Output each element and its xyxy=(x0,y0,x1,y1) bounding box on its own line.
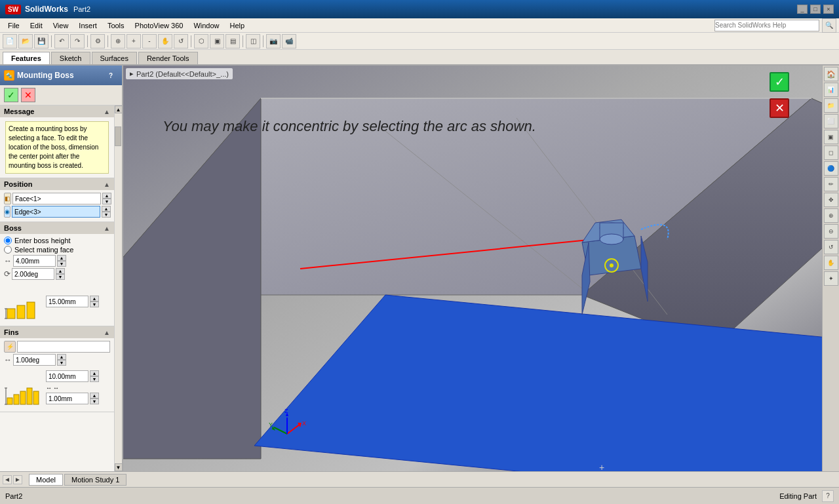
boss-radio2[interactable] xyxy=(4,246,12,254)
boss-dim1-icon: ↔ xyxy=(4,256,12,265)
fins-dim2-input[interactable] xyxy=(46,370,88,382)
right-icon-pan[interactable]: ✋ xyxy=(824,256,838,270)
panel-help-button[interactable]: ? xyxy=(104,68,118,83)
right-icon-pencil[interactable]: ✏ xyxy=(824,177,838,191)
menu-help[interactable]: Help xyxy=(225,20,250,31)
search-button[interactable]: 🔍 xyxy=(822,18,836,33)
menu-tools[interactable]: Tools xyxy=(102,20,130,31)
maximize-button[interactable]: □ xyxy=(810,5,821,14)
position-section-header[interactable]: Position ▲ xyxy=(0,178,114,190)
boss-dim1-row: ↔ ▲ ▼ xyxy=(4,255,110,267)
right-icon-box3[interactable]: ◻ xyxy=(824,145,838,160)
minimize-button[interactable]: _ xyxy=(797,5,808,14)
tab-render-tools[interactable]: Render Tools xyxy=(138,52,198,64)
video-capture[interactable]: 📹 xyxy=(282,34,296,48)
fin-input[interactable] xyxy=(17,341,110,353)
fins-dim3-spin-up[interactable]: ▲ xyxy=(90,393,99,398)
right-icon-box2[interactable]: ▣ xyxy=(824,130,838,144)
panel-scroll-down[interactable]: ▼ xyxy=(115,463,123,471)
boss-radio1[interactable] xyxy=(4,237,12,244)
right-icon-folder[interactable]: 📁 xyxy=(824,98,838,113)
view-orient[interactable]: ⬡ xyxy=(194,34,208,48)
zoom-in[interactable]: + xyxy=(127,34,141,48)
bottom-nav-left[interactable]: ◄ xyxy=(3,475,12,484)
search-input[interactable] xyxy=(714,20,819,31)
right-icon-chart[interactable]: 📊 xyxy=(824,83,838,97)
viewport: + ▸ Part2 (Default<<Default>_...) You ma… xyxy=(123,66,822,471)
boss-dim1-input[interactable] xyxy=(13,255,56,267)
accept-button[interactable]: ✓ xyxy=(4,88,18,102)
right-icon-home[interactable]: 🏠 xyxy=(824,67,838,81)
menu-view[interactable]: View xyxy=(48,20,74,31)
boss-radio1-row: Enter boss height xyxy=(4,237,110,244)
right-icon-rotate[interactable]: ↺ xyxy=(824,240,838,254)
right-icon-box1[interactable]: ⬜ xyxy=(824,114,838,128)
right-icon-move[interactable]: ✥ xyxy=(824,193,838,207)
boss-section-header[interactable]: Boss ▲ xyxy=(0,222,114,234)
right-icon-circle[interactable]: 🔵 xyxy=(824,161,838,176)
fins-section-header[interactable]: Fins ▲ xyxy=(0,326,114,338)
tab-surfaces[interactable]: Surfaces xyxy=(92,52,137,64)
bottom-tab-model[interactable]: Model xyxy=(29,474,63,486)
boss-dim2-input[interactable] xyxy=(12,268,54,280)
fins-dim1-input[interactable] xyxy=(13,354,56,366)
fins-dim3-spin-down[interactable]: ▼ xyxy=(90,398,99,404)
panel-scrollbar-thumb[interactable] xyxy=(115,126,121,146)
cancel-button[interactable]: ✕ xyxy=(21,88,35,102)
face-scroll-up[interactable]: ▲ xyxy=(102,193,111,199)
tab-sketch[interactable]: Sketch xyxy=(51,52,90,64)
new-button[interactable]: 📄 xyxy=(3,34,17,48)
pan-button[interactable]: ✋ xyxy=(158,34,172,48)
right-icon-zoom2[interactable]: ⊖ xyxy=(824,224,838,239)
boss-dim2-spin-up[interactable]: ▲ xyxy=(56,268,65,274)
display-mode[interactable]: ◫ xyxy=(246,34,260,48)
edge-scroll-down[interactable]: ▼ xyxy=(102,212,111,218)
menu-photoview[interactable]: PhotoView 360 xyxy=(130,20,189,31)
zoom-fit[interactable]: ⊕ xyxy=(111,34,125,48)
viewport-cancel-button[interactable]: ✕ xyxy=(770,98,789,118)
bottom-tab-motion[interactable]: Motion Study 1 xyxy=(64,474,127,486)
zoom-out[interactable]: - xyxy=(142,34,157,48)
close-button[interactable]: × xyxy=(823,5,834,14)
right-icon-star[interactable]: ✦ xyxy=(824,271,838,286)
bottom-nav-right[interactable]: ► xyxy=(13,475,22,484)
fins-dim2-spin-up[interactable]: ▲ xyxy=(90,370,99,376)
undo-button[interactable]: ↶ xyxy=(54,34,69,48)
edge-input[interactable] xyxy=(12,206,100,218)
viewport-accept-button[interactable]: ✓ xyxy=(770,72,789,92)
photo-render[interactable]: 📷 xyxy=(266,34,281,48)
view-front[interactable]: ▣ xyxy=(210,34,224,48)
view-top[interactable]: ▤ xyxy=(225,34,240,48)
face-input[interactable] xyxy=(12,193,101,204)
rotate-button[interactable]: ↺ xyxy=(174,34,188,48)
toolbar1: 📄 📂 💾 ↶ ↷ ⚙ ⊕ + - ✋ ↺ ⬡ ▣ ▤ ◫ 📷 📹 xyxy=(0,33,839,50)
boss-dim3-input[interactable] xyxy=(46,296,88,307)
statusbar-help[interactable]: ? xyxy=(822,490,834,502)
redo-button[interactable]: ↷ xyxy=(70,34,85,48)
fins-dim1-spin-down[interactable]: ▼ xyxy=(57,360,66,366)
boss-dim3-spin-up[interactable]: ▲ xyxy=(90,296,99,301)
fins-dim3-row: ▲ ▼ xyxy=(46,393,99,404)
panel-scroll-up[interactable]: ▲ xyxy=(115,106,123,113)
edge-scroll-up[interactable]: ▲ xyxy=(102,206,111,212)
boss-dim1-spin-up[interactable]: ▲ xyxy=(57,255,66,261)
boss-dim2-icon: ⟳ xyxy=(4,269,10,279)
tab-features[interactable]: Features xyxy=(3,52,50,64)
menu-insert[interactable]: Insert xyxy=(73,20,102,31)
rebuild-button[interactable]: ⚙ xyxy=(90,34,105,48)
svg-rect-1 xyxy=(17,305,25,319)
boss-dim1-spin-down[interactable]: ▼ xyxy=(57,261,66,267)
open-button[interactable]: 📂 xyxy=(18,34,33,48)
boss-dim3-spin-down[interactable]: ▼ xyxy=(90,301,99,307)
fins-dim2-spin-down[interactable]: ▼ xyxy=(90,376,99,382)
save-button[interactable]: 💾 xyxy=(34,34,49,48)
menu-file[interactable]: File xyxy=(3,20,25,31)
boss-dim2-spin-down[interactable]: ▼ xyxy=(56,274,65,280)
menu-edit[interactable]: Edit xyxy=(25,20,48,31)
right-icon-zoom[interactable]: ⊕ xyxy=(824,208,838,223)
face-scroll-down[interactable]: ▼ xyxy=(102,199,111,204)
fins-dim1-spin-up[interactable]: ▲ xyxy=(57,354,66,360)
message-section-header[interactable]: Message ▲ xyxy=(0,106,114,117)
fins-dim3-input[interactable] xyxy=(46,393,88,404)
menu-window[interactable]: Window xyxy=(188,20,224,31)
